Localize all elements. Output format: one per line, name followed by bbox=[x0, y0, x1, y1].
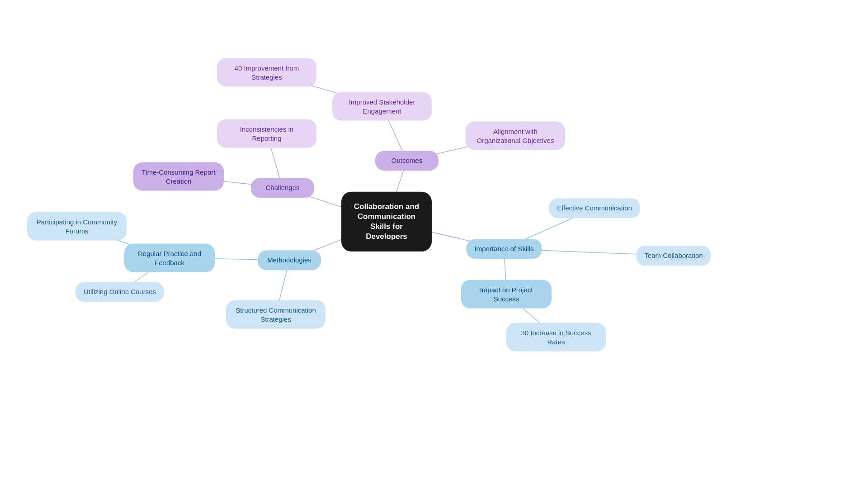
node-label-improved_stakeholder: Improved Stakeholder Engagement bbox=[340, 98, 424, 115]
node-label-improvement_strategies: 40 Improvement from Strategies bbox=[225, 64, 308, 81]
node-alignment: Alignment with Organizational Objectives bbox=[466, 122, 565, 150]
node-label-alignment: Alignment with Organizational Objectives bbox=[474, 127, 557, 145]
node-label-effective_comm: Effective Communication bbox=[557, 204, 632, 213]
node-regular_practice: Regular Practice and Feedback bbox=[124, 244, 215, 272]
node-center: Collaboration and Communication Skills f… bbox=[341, 192, 432, 252]
node-challenges: Challenges bbox=[251, 178, 314, 198]
node-label-utilizing_online: Utilizing Online Courses bbox=[84, 287, 156, 296]
node-participating: Participating in Community Forums bbox=[27, 212, 127, 241]
node-label-increase_success: 30 Increase in Success Rates bbox=[514, 328, 598, 346]
node-utilizing_online: Utilizing Online Courses bbox=[75, 282, 164, 302]
node-label-impact_project: Impact on Project Success bbox=[469, 285, 543, 303]
node-methodologies: Methodologies bbox=[258, 250, 321, 270]
node-label-center: Collaboration and Communication Skills f… bbox=[350, 202, 423, 242]
node-impact_project: Impact on Project Success bbox=[461, 280, 552, 309]
node-label-participating: Participating in Community Forums bbox=[35, 218, 118, 235]
node-label-outcomes: Outcomes bbox=[392, 156, 422, 165]
node-improved_stakeholder: Improved Stakeholder Engagement bbox=[332, 92, 432, 121]
node-label-importance_skills: Importance of Skills bbox=[475, 244, 534, 253]
node-label-structured_comm: Structured Communication Strategies bbox=[234, 306, 317, 323]
mindmap-canvas: Collaboration and Communication Skills f… bbox=[0, 0, 868, 490]
node-label-inconsistencies: Inconsistencies in Reporting bbox=[225, 125, 308, 143]
node-label-team_collab: Team Collaboration bbox=[644, 251, 703, 260]
node-effective_comm: Effective Communication bbox=[549, 198, 640, 218]
node-time_consuming: Time-Consuming Report Creation bbox=[133, 162, 224, 191]
node-label-time_consuming: Time-Consuming Report Creation bbox=[142, 168, 216, 186]
node-label-challenges: Challenges bbox=[265, 183, 299, 192]
node-importance_skills: Importance of Skills bbox=[467, 239, 542, 259]
node-label-regular_practice: Regular Practice and Feedback bbox=[132, 249, 207, 267]
node-structured_comm: Structured Communication Strategies bbox=[226, 300, 326, 329]
node-outcomes: Outcomes bbox=[375, 151, 439, 171]
node-label-methodologies: Methodologies bbox=[267, 256, 311, 265]
node-team_collab: Team Collaboration bbox=[636, 246, 711, 266]
node-improvement_strategies: 40 Improvement from Strategies bbox=[217, 58, 316, 87]
node-increase_success: 30 Increase in Success Rates bbox=[506, 323, 606, 352]
node-inconsistencies: Inconsistencies in Reporting bbox=[217, 119, 316, 148]
